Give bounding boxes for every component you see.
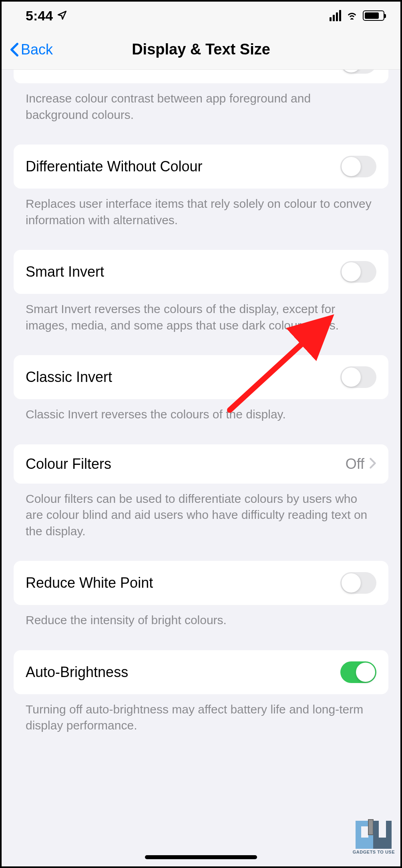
colour-filters-description: Colour filters can be used to differenti… (14, 484, 388, 540)
status-time: 5:44 (26, 8, 53, 24)
reduce-white-point-description: Reduce the intensity of bright colours. (14, 605, 388, 629)
smart-invert-row[interactable]: Smart Invert (14, 250, 388, 294)
watermark: GADGETS TO USE (353, 821, 395, 854)
auto-brightness-description: Turning off auto-brightness may affect b… (14, 694, 388, 734)
differentiate-without-colour-row[interactable]: Differentiate Without Colour (14, 145, 388, 189)
auto-brightness-row[interactable]: Auto-Brightness (14, 650, 388, 694)
home-indicator[interactable] (145, 855, 257, 859)
classic-invert-toggle[interactable] (340, 366, 376, 388)
differentiate-toggle[interactable] (340, 156, 376, 177)
increase-contrast-description: Increase colour contrast between app for… (14, 83, 388, 123)
back-label: Back (21, 41, 53, 58)
page-title: Display & Text Size (132, 41, 270, 58)
classic-invert-row[interactable]: Classic Invert (14, 355, 388, 399)
back-button[interactable]: Back (10, 41, 53, 58)
navigation-bar: Back Display & Text Size (2, 30, 400, 70)
chevron-left-icon (10, 42, 19, 57)
increase-contrast-label: Increase Contrast (26, 70, 159, 72)
differentiate-label: Differentiate Without Colour (26, 158, 203, 175)
watermark-text: GADGETS TO USE (353, 850, 395, 854)
cellular-signal-icon (330, 10, 341, 21)
battery-icon (363, 10, 384, 21)
reduce-white-point-row[interactable]: Reduce White Point (14, 561, 388, 605)
classic-invert-label: Classic Invert (26, 369, 112, 386)
auto-brightness-label: Auto-Brightness (26, 664, 128, 681)
location-icon (57, 8, 67, 24)
chevron-right-icon (369, 458, 376, 470)
reduce-white-point-toggle[interactable] (340, 572, 376, 594)
increase-contrast-row[interactable]: Increase Contrast (14, 70, 388, 83)
wifi-icon (346, 10, 358, 21)
auto-brightness-toggle[interactable] (340, 661, 376, 683)
status-bar: 5:44 (2, 2, 400, 30)
colour-filters-label: Colour Filters (26, 456, 111, 472)
watermark-logo-icon (356, 821, 392, 849)
colour-filters-value: Off (346, 456, 364, 472)
colour-filters-row[interactable]: Colour Filters Off (14, 444, 388, 484)
reduce-white-point-label: Reduce White Point (26, 575, 153, 591)
differentiate-description: Replaces user interface items that rely … (14, 189, 388, 228)
smart-invert-toggle[interactable] (340, 261, 376, 283)
smart-invert-description: Smart Invert reverses the colours of the… (14, 294, 388, 334)
increase-contrast-toggle[interactable] (340, 70, 376, 74)
classic-invert-description: Classic Invert reverses the colours of t… (14, 399, 388, 423)
smart-invert-label: Smart Invert (26, 263, 104, 280)
